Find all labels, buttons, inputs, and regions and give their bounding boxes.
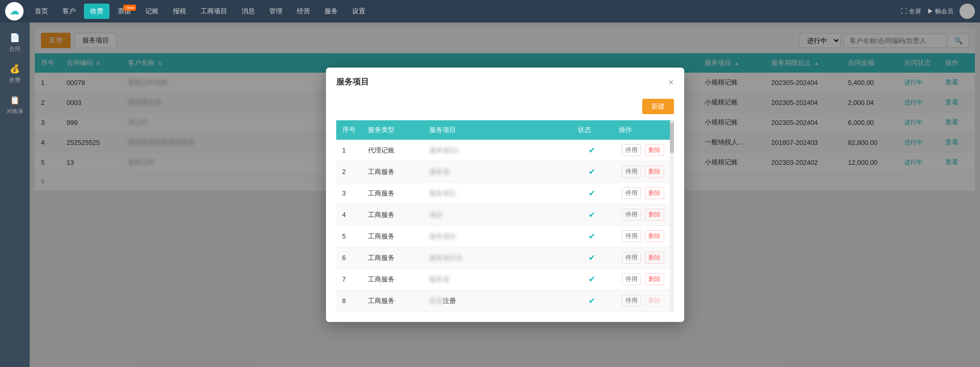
stop-button[interactable]: 停用: [622, 144, 641, 156]
sidebar-item-statement[interactable]: 📋 对账单: [2, 90, 28, 119]
modal-header: 服务项目 ×: [326, 68, 684, 94]
modal-body: 新建 序号 服务类型 服务项目 状态 操作: [326, 94, 684, 322]
nav-message[interactable]: 消息: [235, 4, 261, 19]
modal-table-row: 5 工商服务 服务项目 ✔ 停用 删除: [336, 226, 674, 247]
delete-button[interactable]: 删除: [645, 166, 664, 178]
delete-button[interactable]: 删除: [645, 187, 664, 199]
delete-button[interactable]: 删除: [645, 144, 664, 156]
nav-invoice[interactable]: 票据 new: [112, 4, 137, 19]
sidebar: 📄 合同 💰 收费 📋 对账单: [0, 23, 30, 367]
delete-button[interactable]: 删除: [645, 230, 664, 242]
nav-bookkeeping[interactable]: 记账: [139, 4, 165, 19]
nav-service[interactable]: 服务: [318, 4, 344, 19]
service-items-modal: 服务项目 × 新建 序号 服务类型 服务项目: [326, 68, 684, 322]
nav-home[interactable]: 首页: [29, 4, 54, 19]
modal-overlay: 服务项目 × 新建 序号 服务类型 服务项目: [30, 23, 980, 367]
delete-button[interactable]: 删除: [645, 273, 664, 285]
stop-button[interactable]: 停用: [622, 252, 641, 264]
sidebar-item-billing[interactable]: 💰 收费: [2, 59, 28, 88]
delete-button[interactable]: 删除: [645, 295, 664, 307]
modal-col-seq: 序号: [336, 120, 362, 140]
nav-billing[interactable]: 收费: [84, 4, 110, 19]
nav-right-actions: ⛶ 全屏 ▶ 畅会员: [901, 4, 975, 19]
nav-settings[interactable]: 设置: [346, 4, 372, 19]
delete-button[interactable]: 删除: [645, 209, 664, 221]
top-navigation: ☁ 首页 客户 收费 票据 new 记账 报税 工商项目 消息 管理 经营 服务…: [0, 0, 980, 23]
modal-new-button[interactable]: 新建: [642, 99, 674, 114]
billing-icon: 💰: [9, 63, 20, 74]
logo-icon: ☁: [5, 2, 24, 20]
modal-close-button[interactable]: ×: [668, 78, 674, 87]
nav-customer[interactable]: 客户: [56, 4, 82, 19]
modal-col-type: 服务类型: [362, 120, 423, 140]
modal-title: 服务项目: [336, 77, 369, 88]
sidebar-item-contract[interactable]: 📄 合同: [2, 28, 28, 57]
stop-button[interactable]: 停用: [622, 187, 641, 199]
stop-button[interactable]: 停用: [622, 166, 641, 178]
nav-menu: 首页 客户 收费 票据 new 记账 报税 工商项目 消息 管理 经营 服务 设…: [29, 4, 901, 19]
avatar[interactable]: [960, 4, 975, 19]
sidebar-label-billing: 收费: [9, 76, 20, 84]
new-badge: new: [123, 5, 136, 11]
delete-button[interactable]: 删除: [645, 252, 664, 264]
fullscreen-btn[interactable]: ⛶ 全屏: [901, 7, 921, 16]
modal-col-action: 操作: [613, 120, 674, 140]
modal-toolbar: 新建: [336, 99, 674, 114]
content-area: 新增 服务项目 进行中 已终止 全部 🔍 序号: [30, 23, 980, 367]
nav-operation[interactable]: 经营: [291, 4, 316, 19]
modal-table-row: 3 工商服务 服务项目 ✔ 停用 删除: [336, 183, 674, 204]
stop-button[interactable]: 停用: [622, 273, 641, 285]
contract-icon: 📄: [9, 32, 20, 43]
sidebar-label-contract: 合同: [9, 45, 20, 53]
nav-tax[interactable]: 报税: [167, 4, 192, 19]
modal-table-row: 4 工商服务 项目 ✔ 停用 删除: [336, 204, 674, 226]
modal-table-row: 8 工商服务 某某注册 ✔ 停用 删除: [336, 290, 674, 312]
stop-button[interactable]: 停用: [622, 230, 641, 242]
main-layout: 📄 合同 💰 收费 📋 对账单 新增 服务项目 进行中 已终止 全部: [0, 23, 980, 367]
modal-col-status: 状态: [572, 120, 613, 140]
stop-button[interactable]: 停用: [622, 295, 641, 307]
member-btn[interactable]: ▶ 畅会员: [927, 7, 953, 16]
modal-table-row: 2 工商服务 服务项 ✔ 停用 删除: [336, 161, 674, 183]
modal-table-row: 6 工商服务 服务项目名 ✔ 停用 删除: [336, 247, 674, 269]
nav-management[interactable]: 管理: [263, 4, 289, 19]
modal-table-row: 1 代理记账 服务项目1 ✔ 停用 删除: [336, 140, 674, 161]
service-table: 序号 服务类型 服务项目 状态 操作 1 代理记账: [336, 120, 674, 312]
sidebar-label-statement: 对账单: [7, 107, 24, 115]
scrollbar-track[interactable]: [670, 120, 674, 312]
scrollbar-thumb[interactable]: [670, 122, 674, 153]
stop-button[interactable]: 停用: [622, 209, 641, 221]
modal-col-service: 服务项目: [423, 120, 572, 140]
nav-business[interactable]: 工商项目: [194, 4, 233, 19]
statement-icon: 📋: [9, 94, 20, 105]
modal-table-row: 7 工商服务 服务项 ✔ 停用 删除: [336, 269, 674, 290]
